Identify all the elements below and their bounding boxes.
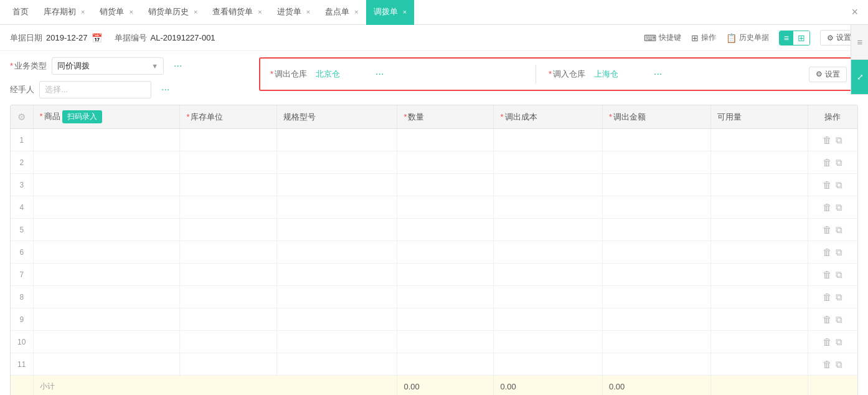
tab-transfer[interactable]: 调拨单 × <box>366 0 414 25</box>
biz-type-value: 同价调拨 <box>57 60 90 72</box>
date-label: 单据日期 <box>10 32 42 44</box>
tab-view-sales[interactable]: 查看销货单 × <box>205 0 269 25</box>
copy-icon[interactable]: ⧉ <box>836 224 842 236</box>
handler-label: 经手人 <box>10 84 34 95</box>
col-header-qty: *数量 <box>397 105 494 129</box>
scan-button[interactable]: 扫码录入 <box>62 110 102 123</box>
target-warehouse-more[interactable]: ··· <box>654 69 662 80</box>
product-table-container: ⚙ *商品 扫码录入 *库存单位 规格型号 *数量 *调出成本 <box>10 105 858 395</box>
tab-stocktake[interactable]: 盘点单 × <box>318 0 366 25</box>
tab-purchase[interactable]: 进货单 × <box>270 0 318 25</box>
source-warehouse-value: 北京仓 <box>316 69 366 80</box>
copy-icon[interactable]: ⧉ <box>836 202 842 213</box>
table-row: 8🗑⧉ <box>11 286 857 308</box>
toolbar: 单据日期 2019-12-27 📅 单据编号 AL-20191227-001 ⌨… <box>0 25 868 51</box>
table-row: 4🗑⧉ <box>11 196 857 219</box>
source-warehouse-more[interactable]: ··· <box>375 69 384 80</box>
source-warehouse-label: *调出仓库 <box>270 69 307 80</box>
operation-icon: ⊞ <box>691 33 699 43</box>
table-row: 7🗑⧉ <box>11 264 857 286</box>
tab-close-transfer[interactable]: × <box>403 8 407 16</box>
history-icon: 📋 <box>726 33 737 43</box>
copy-icon[interactable]: ⧉ <box>836 157 842 168</box>
handler-more[interactable]: ··· <box>161 84 169 95</box>
target-warehouse-value: 上海仓 <box>594 69 644 80</box>
tab-home[interactable]: 首页 <box>5 0 36 25</box>
table-gear-icon[interactable]: ⚙ <box>17 112 26 122</box>
delete-icon[interactable]: 🗑 <box>823 269 832 280</box>
copy-icon[interactable]: ⧉ <box>836 359 842 370</box>
handler-select[interactable]: 选择... <box>39 81 151 98</box>
tab-close-sales-order[interactable]: × <box>129 8 133 16</box>
delete-icon[interactable]: 🗑 <box>823 202 832 212</box>
biz-type-label: *业务类型 <box>10 60 47 72</box>
handler-field: 经手人 选择... ··· <box>10 81 247 98</box>
tab-bar: 首页 库存期初 × 销货单 × 销货单历史 × 查看销货单 × 进货单 × 盘点… <box>0 0 868 25</box>
doc-value: AL-20191227-001 <box>151 33 215 42</box>
delete-icon[interactable]: 🗑 <box>823 359 832 369</box>
biz-type-more[interactable]: ··· <box>174 60 182 72</box>
tab-close-inventory-init[interactable]: × <box>81 8 85 16</box>
delete-icon[interactable]: 🗑 <box>823 247 832 257</box>
warehouse-section: *调出仓库 北京仓 ··· *调入仓库 上海仓 ··· ⚙ 设置 <box>259 57 858 91</box>
delete-icon[interactable]: 🗑 <box>823 157 832 168</box>
target-warehouse-field: *调入仓库 上海仓 ··· <box>549 69 801 80</box>
doc-field: 单据编号 AL-20191227-001 <box>115 32 215 44</box>
subtotal-row: 小计 0.00 0.00 0.00 <box>11 376 857 396</box>
window-close-button[interactable]: × <box>846 6 863 19</box>
col-header-avail: 可用量 <box>711 105 808 129</box>
warehouse-divider <box>535 65 536 83</box>
right-panel: ≡ ⤢ <box>851 25 868 95</box>
delete-icon[interactable]: 🗑 <box>823 135 832 145</box>
doc-label: 单据编号 <box>115 32 147 44</box>
copy-icon[interactable]: ⧉ <box>836 247 842 258</box>
history-button[interactable]: 📋 历史单据 <box>726 32 769 43</box>
tab-inventory-init[interactable]: 库存期初 × <box>36 0 92 25</box>
source-warehouse-field: *调出仓库 北京仓 ··· <box>270 69 523 80</box>
tab-close-sales-history[interactable]: × <box>194 8 197 16</box>
shortcuts-button[interactable]: ⌨ 快捷键 <box>644 32 681 43</box>
col-header-action: 操作 <box>808 105 857 129</box>
right-panel-expand-button[interactable]: ⤢ <box>851 60 868 95</box>
copy-icon[interactable]: ⧉ <box>836 336 842 348</box>
table-row: 10🗑⧉ <box>11 331 857 353</box>
col-header-settings[interactable]: ⚙ <box>11 105 33 129</box>
subtotal-label: 小计 <box>40 382 55 391</box>
settings-icon: ⚙ <box>827 34 834 42</box>
col-header-unit: *库存单位 <box>180 105 276 129</box>
copy-icon[interactable]: ⧉ <box>836 135 842 146</box>
copy-icon[interactable]: ⧉ <box>836 314 842 325</box>
page-wrapper: 首页 库存期初 × 销货单 × 销货单历史 × 查看销货单 × 进货单 × 盘点… <box>0 0 868 395</box>
delete-icon[interactable]: 🗑 <box>823 224 832 235</box>
col-header-amount: *调出金额 <box>602 105 710 129</box>
delete-icon[interactable]: 🗑 <box>823 314 832 325</box>
tab-close-stocktake[interactable]: × <box>354 8 358 16</box>
table-header-row: ⚙ *商品 扫码录入 *库存单位 规格型号 *数量 *调出成本 <box>11 105 857 129</box>
delete-icon[interactable]: 🗑 <box>823 179 832 190</box>
col-header-product: *商品 扫码录入 <box>33 105 180 129</box>
subtotal-amount: 0.00 <box>602 376 710 396</box>
copy-icon[interactable]: ⧉ <box>836 269 842 280</box>
delete-icon[interactable]: 🗑 <box>823 336 832 347</box>
biz-type-select[interactable]: 同价调拨 ▼ <box>52 57 164 75</box>
delete-icon[interactable]: 🗑 <box>823 292 832 302</box>
copy-icon[interactable]: ⧉ <box>836 179 842 191</box>
right-panel-list-button[interactable]: ≡ <box>851 25 868 60</box>
tab-close-view-sales[interactable]: × <box>258 8 262 16</box>
tab-sales-history[interactable]: 销货单历史 × <box>141 0 205 25</box>
list-view-button[interactable]: ≡ <box>780 31 793 45</box>
table-row: 9🗑⧉ <box>11 308 857 331</box>
grid-view-button[interactable]: ⊞ <box>793 31 809 45</box>
calendar-icon[interactable]: 📅 <box>92 33 102 43</box>
form-section: *业务类型 同价调拨 ▼ ··· 经手人 选择... ··· <box>0 51 868 105</box>
copy-icon[interactable]: ⧉ <box>836 292 842 303</box>
warehouse-settings-button[interactable]: ⚙ 设置 <box>809 67 847 82</box>
tab-sales-order[interactable]: 销货单 × <box>92 0 140 25</box>
table-row: 2🗑⧉ <box>11 151 857 174</box>
col-header-cost: *调出成本 <box>494 105 602 129</box>
tab-close-purchase[interactable]: × <box>306 8 310 16</box>
operations-button[interactable]: ⊞ 操作 <box>691 32 716 43</box>
toolbar-right: ⌨ 快捷键 ⊞ 操作 📋 历史单据 ≡ ⊞ ⚙ 设置 <box>644 30 858 45</box>
col-header-spec: 规格型号 <box>276 105 397 129</box>
target-warehouse-label: *调入仓库 <box>549 69 585 80</box>
